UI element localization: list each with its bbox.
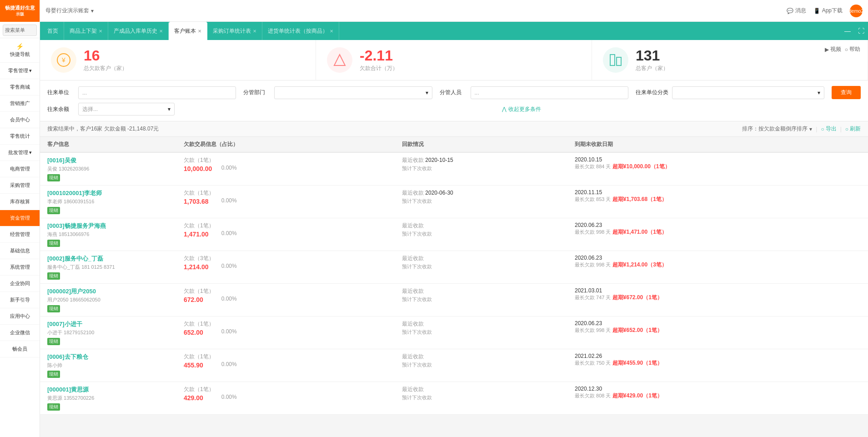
sidebar-item-quick-nav[interactable]: ⚡ 快捷导航 — [0, 38, 40, 63]
return-next: 预计下次收款 — [402, 198, 575, 205]
debt-amount: 1,471.00 — [184, 231, 214, 238]
tab-expand-btn[interactable]: ⛶ — [856, 27, 866, 35]
dept-select[interactable]: ▾ — [274, 86, 432, 99]
debt-count: 欠款（1笔） — [184, 386, 214, 393]
debt-count: 欠款（1笔） — [184, 189, 214, 197]
manager-input[interactable]: ... — [471, 86, 628, 99]
chevron-down-icon: ▾ — [426, 90, 428, 96]
customer-name-link[interactable]: [0006]去下粮仓 — [47, 353, 184, 361]
return-next: 预计下次收款 — [402, 394, 575, 401]
tab-purchase-stats[interactable]: 进货单统计表（按商品） ✕ — [262, 22, 339, 40]
export-icon: ○ — [821, 126, 824, 132]
sidebar-item-finance[interactable]: 资金管理 — [0, 210, 40, 226]
tab-close-customer[interactable]: ✕ — [198, 29, 201, 34]
sidebar-item-system[interactable]: 系统管理 — [0, 259, 40, 276]
customer-name-link[interactable]: [000001]黄思源 — [47, 386, 184, 394]
tab-home[interactable]: 首页 — [42, 22, 64, 40]
collapse-filter-btn[interactable]: ⋀ 收起更多条件 — [500, 104, 543, 115]
return-info: 最近收款 预计下次收款 — [402, 320, 575, 345]
summary-card-1: ¥ 16 总欠款客户（家） — [40, 40, 316, 80]
sidebar-item-member[interactable]: 会员中心 — [0, 112, 40, 128]
message-btn[interactable]: 💬 消息 — [787, 7, 806, 15]
chevron-up-icon: ⋀ — [502, 106, 507, 112]
return-label: 最近收款 — [402, 222, 424, 229]
customer-name-link[interactable]: [0007]小进干 — [47, 320, 184, 328]
overdue-date: 2020.06.23 — [575, 320, 861, 326]
source-unit-input[interactable]: ... — [78, 86, 236, 99]
filter-row-2: 往来余额 选择... ▾ ⋀ 收起更多条件 — [47, 103, 861, 116]
sort-select[interactable]: 排序：按欠款金额倒序排序 ▾ — [742, 125, 812, 133]
debt-count: 欠款（1笔） — [184, 156, 214, 164]
topbar-left: 母婴行业演示账套 ▾ — [45, 7, 94, 15]
overdue-date: 2020.12.30 — [575, 386, 861, 392]
tab-close-purchase[interactable]: ✕ — [253, 29, 256, 34]
company-selector[interactable]: 母婴行业演示账套 ▾ — [45, 7, 94, 15]
search-btn[interactable]: 查询 — [832, 86, 861, 99]
user-avatar[interactable]: demo2 — [850, 5, 863, 17]
video-icon: ▶ — [825, 46, 829, 53]
return-info: 最近收款 2020-10-15 预计下次收款 — [402, 156, 575, 181]
overdue-date: 2020.06.23 — [575, 222, 861, 228]
filter-manager: 分管人员 ... — [440, 86, 628, 99]
sidebar-item-vip[interactable]: 畅会员 — [0, 341, 40, 357]
tab-purchase-order[interactable]: 采购订单统计表 ✕ — [207, 22, 262, 40]
sidebar-item-enterprise-wechat[interactable]: 企业微信 — [0, 325, 40, 341]
tab-production[interactable]: 产成品入库单历史 ✕ — [108, 22, 169, 40]
chevron-down-icon: ▾ — [29, 150, 32, 156]
table-row: [0016]吴俊 吴俊 13026203696 现销 欠款（1笔） 10,000… — [40, 153, 868, 186]
balance-select[interactable]: 选择... ▾ — [78, 103, 175, 116]
overdue-days: 最长欠款 884 天 — [575, 164, 611, 169]
tab-minimize-btn[interactable]: — — [843, 27, 853, 35]
tab-close-products[interactable]: ✕ — [99, 29, 102, 34]
video-btn[interactable]: ▶ 视频 — [825, 45, 841, 53]
tab-close-production[interactable]: ✕ — [159, 29, 163, 34]
overdue-days: 最长欠款 998 天 — [575, 262, 611, 267]
tab-products[interactable]: 商品上下架 ✕ — [64, 22, 108, 40]
customer-name-link[interactable]: [000002]用户2050 — [47, 287, 184, 296]
debt-count: 欠款（1笔） — [184, 222, 214, 230]
source-unit-label: 往来单位 — [47, 89, 75, 96]
help-btn[interactable]: ○ 帮助 — [845, 45, 860, 53]
sidebar-item-operations[interactable]: 经营管理 — [0, 226, 40, 243]
overdue-amount: 超期¥1,471.00（1笔） — [612, 229, 667, 235]
customer-name-link[interactable]: [0001020001]李老师 — [47, 189, 184, 197]
sidebar-item-newbie[interactable]: 新手引导 — [0, 292, 40, 308]
search-menu-btn[interactable]: 搜索菜单 — [3, 25, 37, 36]
overdue-info: 2020.06.23 最长欠款 998 天 超期¥1,214.00（3笔） — [575, 255, 861, 280]
customer-contact: 小进干 18279152100 — [47, 329, 184, 336]
tab-close-stats[interactable]: ✕ — [330, 29, 333, 34]
tab-customer-account[interactable]: 客户账本 ✕ — [169, 22, 207, 40]
unit-type-select[interactable]: ▾ — [672, 86, 824, 99]
sidebar-item-enterprise-coop[interactable]: 企业协同 — [0, 276, 40, 292]
chevron-down-icon: ▾ — [168, 106, 171, 112]
sidebar-item-inventory[interactable]: 库存核算 — [0, 194, 40, 210]
customer-info: [0002]服务中心_丁磊 服务中心_丁磊 181 0125 8371 现销 — [47, 255, 184, 280]
table-row: [0006]去下粮仓 陈小帅 现销 欠款（1笔） 455.90 0.00% — [40, 349, 868, 382]
customer-name-link[interactable]: [0016]吴俊 — [47, 156, 184, 165]
sidebar-item-ecommerce[interactable]: 电商管理 — [0, 161, 40, 177]
sidebar-item-retail-stats[interactable]: 零售统计 — [0, 128, 40, 145]
chevron-down-icon: ▾ — [809, 126, 812, 132]
app-download-btn[interactable]: 📱 App下载 — [813, 7, 843, 15]
sidebar-search-container[interactable]: 搜索菜单 — [0, 22, 40, 38]
debt-count: 欠款（1笔） — [184, 320, 214, 328]
filter-dept: 分管部门 ▾ — [243, 86, 432, 99]
quick-nav-icon: ⚡ — [2, 43, 38, 50]
customer-name-link[interactable]: [0002]服务中心_丁磊 — [47, 255, 184, 263]
refresh-btn[interactable]: ○ 刷新 — [845, 125, 861, 133]
sidebar-item-purchase[interactable]: 采购管理 — [0, 177, 40, 194]
sidebar-item-basic[interactable]: 基础信息 — [0, 243, 40, 259]
overdue-amount: 超期¥672.00（1笔） — [612, 294, 662, 301]
overdue-info: 2021.02.26 最长欠款 750 天 超期¥455.90（1笔） — [575, 353, 861, 378]
sidebar-item-retail-mgmt[interactable]: 零售管理 ▾ — [0, 63, 40, 79]
sidebar-item-batch-mgmt[interactable]: 批发管理 ▾ — [0, 145, 40, 161]
sidebar-item-app-center[interactable]: 应用中心 — [0, 308, 40, 325]
export-btn[interactable]: ○ 导出 — [821, 125, 836, 133]
sidebar-item-retail-mall[interactable]: 零售商城 — [0, 79, 40, 95]
sort-label: 排序：按欠款金额倒序排序 — [742, 125, 808, 133]
debt-ratio: 0.00% — [221, 296, 237, 302]
return-date: 2020-10-15 — [425, 157, 453, 163]
customer-name-link[interactable]: [0003]畅捷服务尹海燕 — [47, 222, 184, 230]
sidebar-item-marketing[interactable]: 营销推广 — [0, 95, 40, 112]
debt-amount: 455.90 — [184, 362, 214, 369]
